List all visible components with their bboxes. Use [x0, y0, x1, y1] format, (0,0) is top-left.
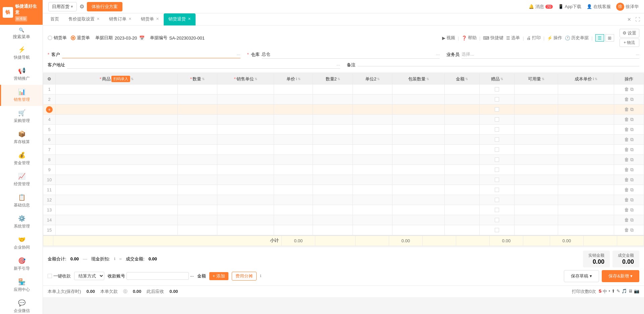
experience-button[interactable]: 体验行业方案: [87, 2, 122, 11]
available-cell[interactable]: [515, 135, 558, 145]
sidebar-item-marketing[interactable]: 📢 营销推广: [0, 64, 43, 85]
sidebar-item-system[interactable]: ⚙️ 系统管理: [0, 211, 43, 233]
pkg-qty-cell[interactable]: [392, 135, 444, 145]
pkg-qty-cell[interactable]: [392, 175, 444, 185]
price-info-icon[interactable]: ℹ: [296, 77, 297, 81]
gift-checkbox[interactable]: [495, 147, 499, 152]
qty-cell[interactable]: [177, 84, 217, 95]
gift-cell[interactable]: [480, 185, 515, 195]
gift-checkbox[interactable]: [495, 218, 499, 222]
unit2-cell[interactable]: [353, 105, 392, 115]
pkg-qty-cell[interactable]: [392, 155, 444, 165]
qty2-cell[interactable]: [313, 115, 353, 125]
price-cell[interactable]: [274, 155, 313, 165]
unit-cell[interactable]: [217, 195, 274, 205]
view-grid-btn[interactable]: ⊞: [605, 34, 614, 42]
amount-cell[interactable]: [444, 165, 479, 175]
gift-checkbox[interactable]: [495, 208, 499, 212]
copy-row-icon[interactable]: ⧉: [630, 147, 634, 152]
logistics-btn[interactable]: + 物流: [620, 39, 639, 47]
industry-dropdown[interactable]: 日用百货 ▾: [48, 2, 77, 11]
unit-cell[interactable]: [217, 155, 274, 165]
discount-info-icon[interactable]: ℹ: [114, 257, 115, 261]
cost-price-cell[interactable]: [558, 175, 614, 185]
tab-sale-goods[interactable]: 销货单 ✕: [136, 13, 164, 25]
unit2-cell[interactable]: [353, 205, 392, 215]
unit-cell[interactable]: [217, 125, 274, 135]
unit-cell[interactable]: [217, 215, 274, 225]
gift-cell[interactable]: [480, 145, 515, 155]
available-cell[interactable]: [515, 125, 558, 135]
gift-cell[interactable]: [480, 84, 515, 95]
message-item[interactable]: 🔔 消息 70: [529, 4, 553, 10]
delete-row-icon[interactable]: 🗑: [624, 147, 629, 152]
copy-row-icon[interactable]: ⧉: [630, 187, 634, 193]
gift-cell[interactable]: [480, 155, 515, 165]
delete-row-icon[interactable]: 🗑: [624, 167, 629, 173]
qty2-cell[interactable]: [313, 84, 353, 95]
qty2-cell[interactable]: [313, 155, 353, 165]
copy-row-icon[interactable]: ⧉: [630, 157, 634, 163]
unit-cell[interactable]: [217, 115, 274, 125]
cost-price-cell[interactable]: [558, 125, 614, 135]
amount-cell[interactable]: [444, 105, 479, 115]
pkg-qty-cell[interactable]: [392, 115, 444, 125]
copy-row-icon[interactable]: ⧉: [630, 117, 634, 122]
unit2-cell[interactable]: [353, 225, 392, 235]
qty2-cell[interactable]: [313, 215, 353, 225]
user-item[interactable]: 徐 徐泽华: [616, 3, 639, 11]
product-cell[interactable]: [56, 135, 178, 145]
gift-checkbox[interactable]: [495, 107, 499, 112]
copy-row-icon[interactable]: ⧉: [630, 97, 634, 102]
onepay-checkbox[interactable]: [48, 274, 52, 278]
calc-method-select[interactable]: 结算方式: [74, 272, 104, 280]
qty-cell[interactable]: [177, 145, 217, 155]
product-input[interactable]: [58, 107, 175, 112]
available-cell[interactable]: [515, 205, 558, 215]
qty-cell[interactable]: [177, 115, 217, 125]
qty-cell[interactable]: [177, 155, 217, 165]
sidebar-item-search[interactable]: 🔍 搜索菜单: [0, 25, 43, 43]
price-cell[interactable]: [274, 135, 313, 145]
save-draft-button[interactable]: 保存草稿 ▾: [564, 270, 599, 282]
pkg-qty-cell[interactable]: [392, 205, 444, 215]
available-cell[interactable]: [515, 155, 558, 165]
fee-info-icon[interactable]: ℹ: [260, 274, 261, 278]
price-cell[interactable]: [274, 105, 313, 115]
cost-price-cell[interactable]: [558, 105, 614, 115]
sidebar-item-inventory[interactable]: 📦 库存核算: [0, 127, 43, 148]
account-no-input[interactable]: [126, 272, 189, 280]
unit2-cell[interactable]: [353, 215, 392, 225]
sort-icon[interactable]: ⇅: [337, 77, 340, 81]
sort-icon[interactable]: ⇅: [500, 77, 503, 81]
cost-price-cell[interactable]: [558, 215, 614, 225]
unit2-cell[interactable]: [353, 165, 392, 175]
tab-sale-price[interactable]: 售价提取设置 ✕: [64, 13, 104, 25]
price-cell[interactable]: [274, 185, 313, 195]
copy-row-icon[interactable]: ⧉: [630, 137, 634, 142]
gift-cell[interactable]: [480, 175, 515, 185]
copy-row-icon[interactable]: ⧉: [630, 227, 634, 233]
available-cell[interactable]: [515, 115, 558, 125]
amount-cell[interactable]: [444, 175, 479, 185]
tab-close-icon[interactable]: ✕: [128, 17, 131, 21]
gift-checkbox[interactable]: [495, 168, 499, 172]
delete-row-icon[interactable]: 🗑: [624, 207, 629, 213]
unit2-cell[interactable]: [353, 125, 392, 135]
delete-row-icon[interactable]: 🗑: [624, 137, 629, 142]
unit-cell[interactable]: [217, 84, 274, 95]
delete-row-icon[interactable]: 🗑: [624, 117, 629, 122]
settings-btn[interactable]: ⚙ 设置: [620, 29, 639, 38]
salesman-input[interactable]: 选择... ···: [462, 50, 639, 59]
unit2-cell[interactable]: [353, 135, 392, 145]
product-cell[interactable]: [56, 115, 178, 125]
gift-cell[interactable]: [480, 195, 515, 205]
app-download-item[interactable]: 📱 App下载: [558, 4, 581, 10]
delete-row-icon[interactable]: 🗑: [624, 107, 629, 112]
price-cell[interactable]: [274, 175, 313, 185]
delete-row-icon[interactable]: 🗑: [624, 227, 629, 233]
amount-cell[interactable]: [444, 195, 479, 205]
pkg-qty-cell[interactable]: [392, 225, 444, 235]
unit-cell[interactable]: [217, 175, 274, 185]
amount-cell[interactable]: [444, 205, 479, 215]
